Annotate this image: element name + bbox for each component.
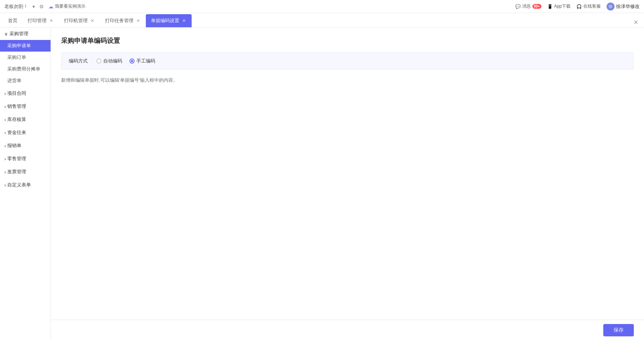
sidebar-item-purchase-order[interactable]: 采购订单 bbox=[0, 52, 51, 63]
sidebar-group-custom-header[interactable]: › 自定义表单 bbox=[0, 179, 51, 191]
headset-icon: 🎧 bbox=[576, 4, 582, 9]
sidebar-item-stock-in[interactable]: 进货单 bbox=[0, 75, 51, 86]
sidebar-item-purchase-request[interactable]: 采购申请单 bbox=[0, 40, 51, 52]
tab-printer-management-label: 打印机管理 bbox=[64, 17, 88, 24]
radio-group: 自动编码 手工编码 bbox=[96, 58, 155, 64]
message-icon: 💬 bbox=[515, 4, 521, 9]
top-bar: 老板勿割！ ▾ ⚙ ☁ 我要看实例演示 💬 消息 99+ 📱 App下载 🎧 在… bbox=[0, 0, 644, 13]
sidebar-group-project: › 项目合同 bbox=[0, 87, 51, 100]
tab-print-task-label: 打印任务管理 bbox=[105, 17, 133, 24]
layout: ∨ 采购管理 采购申请单 采购订单 采购费用分摊单 进货单 › 项目合同 bbox=[0, 28, 644, 340]
sidebar-item-purchase-order-label: 采购订单 bbox=[7, 54, 26, 60]
content-footer: 保存 bbox=[51, 320, 644, 340]
radio-auto[interactable]: 自动编码 bbox=[96, 58, 122, 64]
sidebar-group-retail-label: 零售管理 bbox=[7, 155, 26, 162]
cloud-icon: ☁ bbox=[48, 4, 53, 9]
sidebar-group-custom-label: 自定义表单 bbox=[7, 182, 31, 188]
app-download-action[interactable]: 📱 App下载 bbox=[547, 3, 571, 9]
sidebar-group-sales-label: 销售管理 bbox=[7, 103, 26, 110]
tab-print-management-label: 打印管理 bbox=[28, 17, 47, 24]
sidebar-group-expense: › 报销单 bbox=[0, 139, 51, 152]
user-info[interactable]: 徐 徐泽华修改 bbox=[607, 3, 640, 11]
dropdown-icon[interactable]: ▾ bbox=[31, 3, 36, 10]
sidebar-group-retail-header[interactable]: › 零售管理 bbox=[0, 153, 51, 165]
tab-printer-management-close[interactable]: ✕ bbox=[90, 18, 95, 23]
chevron-right-icon-sales: › bbox=[4, 104, 6, 109]
sidebar-group-finance-header[interactable]: › 资金往来 bbox=[0, 126, 51, 139]
radio-manual[interactable]: 手工编码 bbox=[129, 58, 155, 64]
tab-home[interactable]: 首页 bbox=[3, 14, 23, 27]
sidebar-group-inventory: › 库存核算 bbox=[0, 113, 51, 126]
sidebar-group-retail: › 零售管理 bbox=[0, 153, 51, 165]
sidebar-group-purchase: ∨ 采购管理 采购申请单 采购订单 采购费用分摊单 进货单 bbox=[0, 28, 51, 86]
phone-icon: 📱 bbox=[547, 4, 553, 9]
content-body: 采购申请单编码设置 编码方式 自动编码 手工编码 新增和编辑单据时,可以编辑'单… bbox=[51, 28, 644, 320]
tab-bar-close-all[interactable]: ✕ bbox=[631, 17, 641, 27]
tab-print-task[interactable]: 打印任务管理 ✕ bbox=[100, 14, 146, 27]
tab-printer-management[interactable]: 打印机管理 ✕ bbox=[59, 14, 100, 27]
sidebar-group-finance-label: 资金往来 bbox=[7, 129, 26, 136]
avatar: 徐 bbox=[607, 3, 615, 11]
sidebar-item-purchase-request-label: 采购申请单 bbox=[7, 43, 31, 48]
tab-print-management[interactable]: 打印管理 ✕ bbox=[23, 14, 59, 27]
tab-bar: 首页 打印管理 ✕ 打印机管理 ✕ 打印任务管理 ✕ 单据编码设置 ✕ ✕ bbox=[0, 13, 644, 28]
demo-link[interactable]: ☁ 我要看实例演示 bbox=[48, 3, 85, 9]
chevron-right-icon-custom: › bbox=[4, 182, 6, 188]
settings-icon[interactable]: ⚙ bbox=[38, 3, 45, 10]
tab-print-task-close[interactable]: ✕ bbox=[136, 18, 141, 23]
sidebar-group-custom: › 自定义表单 bbox=[0, 179, 51, 191]
radio-manual-circle bbox=[129, 58, 135, 64]
demo-text: 我要看实例演示 bbox=[55, 3, 85, 9]
chevron-right-icon-finance: › bbox=[4, 130, 6, 135]
page-title: 采购申请单编码设置 bbox=[61, 36, 634, 45]
encoding-section: 编码方式 自动编码 手工编码 bbox=[61, 52, 634, 70]
message-label: 消息 bbox=[522, 3, 531, 9]
tab-encode-settings-close[interactable]: ✕ bbox=[181, 18, 187, 23]
chevron-right-icon-expense: › bbox=[4, 143, 6, 149]
brand-text: 老板勿割！ bbox=[4, 3, 28, 10]
online-service-label: 在线客服 bbox=[583, 3, 601, 9]
top-bar-right: 💬 消息 99+ 📱 App下载 🎧 在线客服 徐 徐泽华修改 bbox=[515, 3, 640, 11]
tab-home-label: 首页 bbox=[8, 17, 17, 24]
sidebar-item-purchase-expense[interactable]: 采购费用分摊单 bbox=[0, 63, 51, 75]
radio-auto-label: 自动编码 bbox=[103, 58, 122, 64]
chevron-right-icon: › bbox=[4, 91, 6, 96]
top-bar-left: 老板勿割！ ▾ ⚙ ☁ 我要看实例演示 bbox=[4, 3, 85, 10]
chevron-down-icon: ∨ bbox=[4, 31, 8, 37]
chevron-right-icon-retail: › bbox=[4, 156, 6, 162]
sidebar-group-sales: › 销售管理 bbox=[0, 100, 51, 113]
radio-auto-circle bbox=[96, 58, 101, 64]
message-badge: 99+ bbox=[532, 4, 541, 9]
sidebar-group-purchase-header[interactable]: ∨ 采购管理 bbox=[0, 28, 51, 40]
app-download-label: App下载 bbox=[554, 3, 571, 9]
tab-print-management-close[interactable]: ✕ bbox=[49, 18, 54, 23]
sidebar-group-inventory-header[interactable]: › 库存核算 bbox=[0, 113, 51, 126]
save-button[interactable]: 保存 bbox=[603, 324, 634, 336]
sidebar-group-finance: › 资金往来 bbox=[0, 126, 51, 139]
sidebar-group-project-header[interactable]: › 项目合同 bbox=[0, 87, 51, 100]
sidebar-item-stock-in-label: 进货单 bbox=[7, 78, 21, 83]
sidebar-group-expense-header[interactable]: › 报销单 bbox=[0, 139, 51, 152]
chevron-right-icon-invoice: › bbox=[4, 169, 6, 175]
sidebar: ∨ 采购管理 采购申请单 采购订单 采购费用分摊单 进货单 › 项目合同 bbox=[0, 28, 51, 340]
user-name: 徐泽华修改 bbox=[616, 3, 640, 10]
sidebar-group-purchase-label: 采购管理 bbox=[9, 31, 28, 37]
sidebar-item-purchase-expense-label: 采购费用分摊单 bbox=[7, 66, 40, 72]
top-bar-icons: ▾ ⚙ bbox=[31, 3, 45, 10]
sidebar-group-sales-header[interactable]: › 销售管理 bbox=[0, 100, 51, 113]
sidebar-group-inventory-label: 库存核算 bbox=[7, 116, 26, 123]
sidebar-group-expense-label: 报销单 bbox=[7, 142, 21, 149]
sidebar-group-invoice-label: 发票管理 bbox=[7, 169, 26, 175]
main-content: 采购申请单编码设置 编码方式 自动编码 手工编码 新增和编辑单据时,可以编辑'单… bbox=[51, 28, 644, 340]
tab-encode-settings[interactable]: 单据编码设置 ✕ bbox=[146, 14, 192, 27]
avatar-text: 徐 bbox=[609, 4, 612, 9]
online-service-action[interactable]: 🎧 在线客服 bbox=[576, 3, 601, 9]
message-action[interactable]: 💬 消息 99+ bbox=[515, 3, 541, 9]
tab-encode-settings-label: 单据编码设置 bbox=[151, 17, 179, 24]
description-text: 新增和编辑单据时,可以编辑'单据编号'输入框中的内容。 bbox=[61, 77, 634, 84]
sidebar-group-project-label: 项目合同 bbox=[7, 90, 26, 97]
sidebar-group-invoice-header[interactable]: › 发票管理 bbox=[0, 166, 51, 178]
chevron-right-icon-inventory: › bbox=[4, 117, 6, 122]
encoding-label: 编码方式 bbox=[69, 58, 91, 64]
sidebar-group-invoice: › 发票管理 bbox=[0, 166, 51, 178]
